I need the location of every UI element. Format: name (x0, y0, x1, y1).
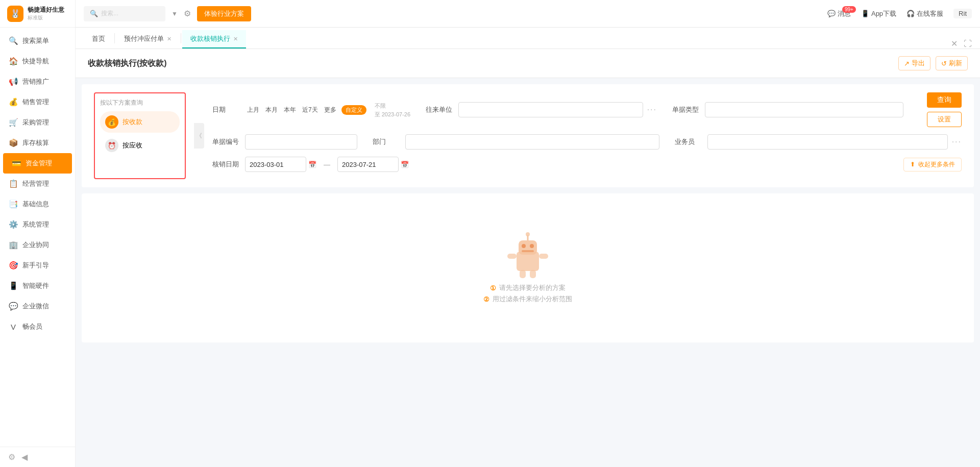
sidebar-item-hardware[interactable]: 📱 智能硬件 (0, 276, 75, 296)
collapse-conditions-btn[interactable]: ⬆ 收起更多条件 (903, 158, 962, 171)
sidebar-item-search[interactable]: 🔍 搜索菜单 (0, 31, 75, 51)
tab-prepay-close-icon[interactable]: ✕ (167, 36, 172, 42)
sales-input[interactable] (707, 134, 948, 150)
sales-label: 销售管理 (22, 97, 49, 107)
sidebar-item-newbie[interactable]: 🎯 新手引导 (0, 255, 75, 276)
member-icon: V (8, 322, 18, 332)
sidebar-item-marketing[interactable]: 📢 营销推广 (0, 71, 75, 92)
tab-receipt[interactable]: 收款核销执行 ✕ (182, 30, 246, 48)
counterparty-label: 往来单位 (426, 105, 454, 114)
topbar-online-service[interactable]: 🎧 在线客服 (906, 9, 943, 18)
sidebar-item-finance[interactable]: 💳 资金管理 (3, 153, 72, 174)
verify-date-from-input[interactable] (245, 157, 306, 172)
date-quick-btns: 上月 本月 本年 近7天 更多 (245, 105, 338, 115)
doc-type-label: 单据类型 (672, 105, 701, 114)
export-label: 导出 (912, 59, 925, 68)
msg-badge: 99+ (842, 6, 856, 13)
sidebar-item-system[interactable]: ⚙️ 系统管理 (0, 214, 75, 235)
industry-btn[interactable]: 体验行业方案 (197, 6, 251, 21)
topbar-search[interactable]: 🔍 搜索... (84, 6, 165, 21)
topbar-chevron-icon[interactable]: ▼ (172, 10, 178, 17)
wechat-icon: 💬 (8, 301, 18, 311)
tab-home[interactable]: 首页 (84, 30, 113, 48)
verify-date-label: 核销日期 (212, 160, 241, 169)
app-icon: 📱 (861, 10, 869, 17)
tab-receipt-close-icon[interactable]: ✕ (233, 36, 238, 42)
sidebar-item-operations[interactable]: 📋 经营管理 (0, 174, 75, 194)
filter-option-by-receivable[interactable]: ⏰ 按应收 (100, 135, 180, 156)
verify-date-from-calendar-icon[interactable]: 📅 (308, 161, 316, 168)
filter-sidebar-title: 按以下方案查询 (100, 99, 180, 107)
doc-no-field: 单据编号 (212, 134, 357, 150)
dept-select[interactable] (405, 134, 659, 150)
collapse-sidebar-icon[interactable]: ◀ (21, 452, 28, 462)
sidebar-item-wechat[interactable]: 💬 企业微信 (0, 296, 75, 316)
verify-date-to-input[interactable] (337, 157, 399, 172)
date-hint-wrap: 不限 至 2023-07-26 (375, 101, 410, 118)
verify-date-to-calendar-icon[interactable]: 📅 (401, 161, 409, 168)
sales-icon: 💰 (8, 97, 18, 107)
filter-option-by-receipt[interactable]: 💰 按收款 (100, 111, 180, 133)
export-button[interactable]: ↗ 导出 (898, 56, 930, 70)
date-more[interactable]: 更多 (322, 105, 338, 115)
export-icon: ↗ (904, 60, 910, 67)
counterparty-dots-icon[interactable]: ··· (647, 105, 657, 114)
filter-collapse-btn[interactable]: 《 (194, 123, 204, 149)
app-label: App下载 (871, 9, 896, 18)
enterprise-icon: 🏢 (8, 240, 18, 250)
counterparty-input[interactable] (458, 102, 643, 117)
topbar-app-download[interactable]: 📱 App下载 (861, 9, 896, 18)
date-last-month[interactable]: 上月 (245, 105, 261, 115)
member-label: 畅会员 (22, 322, 42, 331)
quicknav-icon: 🏠 (8, 56, 18, 66)
tab-receipt-label: 收款核销执行 (190, 34, 230, 43)
doc-type-select[interactable] (705, 102, 903, 117)
sidebar-item-enterprise[interactable]: 🏢 企业协同 (0, 235, 75, 255)
topbar-gear-icon[interactable]: ⚙ (184, 9, 191, 18)
tab-separator-1 (114, 33, 115, 43)
refresh-button[interactable]: ↺ 刷新 (936, 56, 968, 70)
sidebar-item-quicknav[interactable]: 🏠 快捷导航 (0, 51, 75, 71)
sidebar-item-member[interactable]: V 畅会员 (0, 316, 75, 337)
date-to-hint: 至 2023-07-26 (375, 111, 410, 118)
win-expand-icon[interactable]: ⛶ (964, 39, 972, 48)
sidebar: 🐰 畅捷通好生意 标准版 🔍 搜索菜单 🏠 快捷导航 📢 营销推广 💰 销售管理… (0, 0, 76, 467)
results-area: ① 请先选择要分析的方案 ② 用过滤条件来缩小分析范围 (82, 193, 974, 342)
quicknav-label: 快捷导航 (22, 57, 49, 66)
svg-point-10 (526, 232, 530, 236)
date-7days[interactable]: 近7天 (300, 105, 320, 115)
counterparty-field: 往来单位 ··· (426, 102, 657, 117)
basic-icon: 📑 (8, 199, 18, 209)
service-icon: 🎧 (906, 10, 915, 17)
hardware-label: 智能硬件 (22, 281, 49, 290)
date-custom-badge[interactable]: 自定义 (341, 105, 366, 115)
marketing-label: 营销推广 (22, 77, 49, 86)
form-row-3: 核销日期 📅 — 📅 ⬆ (212, 157, 962, 172)
topbar-right: 💬 消息 99+ 📱 App下载 🎧 在线客服 Rit (827, 9, 972, 18)
sales-dots-icon[interactable]: ··· (952, 137, 962, 146)
logo-text: 畅捷通好生意 标准版 (28, 6, 64, 21)
date-group: 上月 本月 本年 近7天 更多 自定义 (245, 105, 366, 115)
win-close-icon[interactable]: ✕ (951, 39, 958, 48)
tab-prepay-label: 预付冲应付单 (124, 34, 164, 43)
search-form: 日期 上月 本月 本年 近7天 更多 自定义 (212, 92, 962, 179)
doc-type-field: 单据类型 (672, 102, 903, 117)
finance-label: 资金管理 (26, 159, 52, 168)
topbar-user[interactable]: Rit (953, 9, 972, 18)
query-button[interactable]: 查询 (927, 92, 962, 108)
date-this-month[interactable]: 本月 (263, 105, 280, 115)
settings-icon[interactable]: ⚙ (8, 452, 15, 462)
sidebar-item-basic[interactable]: 📑 基础信息 (0, 194, 75, 214)
setting-button[interactable]: 设置 (927, 112, 962, 127)
sidebar-item-sales[interactable]: 💰 销售管理 (0, 92, 75, 112)
sidebar-item-purchase[interactable]: 🛒 采购管理 (0, 112, 75, 133)
service-label: 在线客服 (917, 9, 943, 18)
doc-no-input[interactable] (245, 134, 357, 150)
topbar-messages[interactable]: 💬 消息 99+ (827, 9, 851, 18)
date-this-year[interactable]: 本年 (282, 105, 298, 115)
tab-prepay[interactable]: 预付冲应付单 ✕ (116, 30, 180, 48)
date-dash: — (324, 161, 330, 168)
sidebar-item-inventory[interactable]: 📦 库存核算 (0, 133, 75, 153)
marketing-icon: 📢 (8, 77, 18, 87)
user-label: Rit (959, 10, 967, 17)
